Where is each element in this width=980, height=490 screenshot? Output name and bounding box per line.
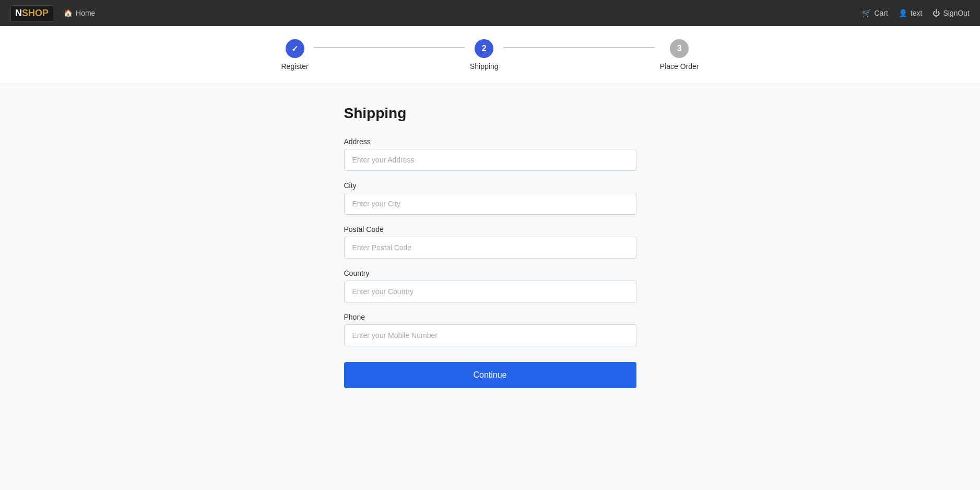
- city-group: City: [344, 181, 636, 215]
- cart-label: Cart: [874, 9, 888, 17]
- step-connector-2: [503, 47, 654, 48]
- user-icon: [899, 9, 907, 17]
- signout-label: SignOut: [943, 9, 970, 17]
- user-nav-item[interactable]: text: [899, 9, 923, 17]
- step-place-order-label: Place Order: [660, 62, 699, 71]
- postal-code-input[interactable]: [344, 237, 636, 259]
- logo-shop: SHoP: [22, 8, 49, 19]
- logo-n: N: [15, 8, 22, 19]
- country-input[interactable]: [344, 281, 636, 302]
- stepper: Register 2 Shipping 3 Place Order: [281, 39, 699, 71]
- phone-group: Phone: [344, 313, 636, 346]
- stepper-container: Register 2 Shipping 3 Place Order: [0, 26, 980, 84]
- home-nav-item[interactable]: Home: [64, 9, 95, 17]
- user-label: text: [911, 9, 923, 17]
- form-title: Shipping: [344, 105, 636, 122]
- step-place-order: 3 Place Order: [660, 39, 699, 71]
- step-register: Register: [281, 39, 309, 71]
- step-shipping-circle: 2: [475, 39, 493, 58]
- continue-button[interactable]: Continue: [344, 362, 636, 388]
- home-icon: [64, 9, 73, 17]
- power-icon: [932, 9, 940, 17]
- step-place-order-circle: 3: [670, 39, 689, 58]
- city-input[interactable]: [344, 193, 636, 215]
- postal-code-group: Postal Code: [344, 225, 636, 259]
- step-connector-1: [314, 47, 465, 48]
- step-place-order-number: 3: [677, 44, 682, 53]
- step-register-label: Register: [281, 62, 309, 71]
- step-shipping-number: 2: [482, 44, 487, 53]
- signout-nav-item[interactable]: SignOut: [932, 9, 970, 17]
- check-icon: [291, 44, 298, 54]
- cart-icon: [862, 9, 871, 17]
- address-label: Address: [344, 137, 636, 146]
- step-register-circle: [286, 39, 304, 58]
- city-label: City: [344, 181, 636, 190]
- address-input[interactable]: [344, 149, 636, 171]
- step-shipping-label: Shipping: [470, 62, 499, 71]
- postal-code-label: Postal Code: [344, 225, 636, 234]
- navbar-right: Cart text SignOut: [862, 9, 970, 17]
- country-label: Country: [344, 269, 636, 277]
- home-label: Home: [76, 9, 95, 17]
- cart-nav-item[interactable]: Cart: [862, 9, 888, 17]
- navbar-left: N SHoP Home: [10, 5, 95, 21]
- country-group: Country: [344, 269, 636, 302]
- content-wrapper: Register 2 Shipping 3 Place Order Shippi…: [0, 26, 980, 490]
- navbar: N SHoP Home Cart text SignOut: [0, 0, 980, 26]
- phone-input[interactable]: [344, 324, 636, 346]
- phone-label: Phone: [344, 313, 636, 321]
- shipping-form-container: Shipping Address City Postal Code Countr…: [334, 105, 647, 388]
- step-shipping: 2 Shipping: [470, 39, 499, 71]
- address-group: Address: [344, 137, 636, 171]
- logo: N SHoP: [10, 5, 53, 21]
